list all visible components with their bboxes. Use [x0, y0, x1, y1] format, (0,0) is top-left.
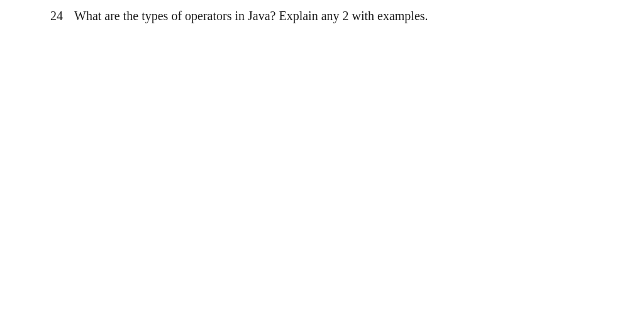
question-row: 24 What are the types of operators in Ja…	[48, 9, 644, 23]
question-number: 24	[48, 9, 63, 23]
question-text: What are the types of operators in Java?…	[74, 9, 428, 23]
